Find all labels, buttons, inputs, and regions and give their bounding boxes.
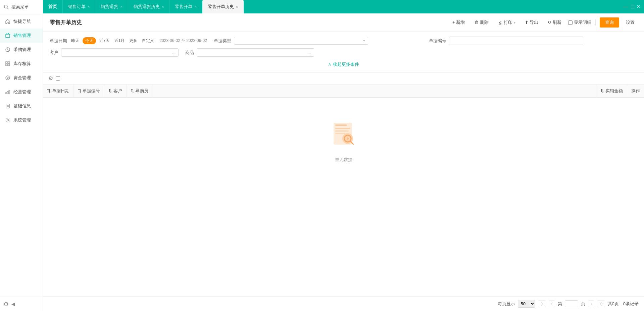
- number-filter-label: 单据编号: [429, 38, 446, 44]
- delete-button[interactable]: 🗑 删除: [472, 18, 491, 27]
- first-page-btn[interactable]: ⟨⟨: [538, 300, 546, 307]
- collapse-sidebar-icon[interactable]: ◀: [11, 301, 15, 307]
- pagination: 每页显示 50 100 200 ⟨⟨ ⟨ 第 1 页 ⟩ ⟩⟩ 共0页，0条记录: [43, 296, 644, 311]
- sidebar-item-quick-nav[interactable]: 快捷导航: [0, 14, 43, 29]
- query-button[interactable]: 查询: [600, 17, 619, 28]
- inventory-icon: [5, 61, 11, 67]
- date-7days-btn[interactable]: 近7天: [98, 37, 111, 44]
- sidebar-item-operations[interactable]: 经营管理: [0, 85, 43, 99]
- tab-sales-order-close[interactable]: ×: [88, 5, 90, 9]
- col-date-label: ⇅ 单据日期: [47, 88, 69, 93]
- empty-icon: [327, 118, 360, 151]
- page-header: 零售开单历史 + 新增 🗑 删除 🖨 🖨 打印 打印 ▾ ⬆ 导出 ↻ 刷新 显…: [43, 13, 644, 32]
- select-all-checkbox[interactable]: [56, 76, 60, 81]
- empty-text: 暂无数据: [335, 157, 352, 163]
- svg-rect-12: [6, 104, 9, 108]
- tab-retail-open-history[interactable]: 零售开单历史 ×: [202, 0, 244, 13]
- tab-sales-return-history-close[interactable]: ×: [162, 5, 164, 9]
- tab-sales-return-history[interactable]: 销货退货历史 ×: [128, 0, 169, 13]
- display-detail-checkbox[interactable]: 显示明细: [568, 19, 591, 25]
- goods-ellipsis-btn[interactable]: ...: [307, 50, 311, 55]
- window-close-icon[interactable]: ×: [637, 4, 640, 10]
- tab-retail-open-history-close[interactable]: ×: [236, 5, 238, 9]
- sidebar-item-sales-mgmt[interactable]: 销售管理: [0, 29, 43, 43]
- col-action-label: 操作: [631, 88, 640, 93]
- page-number-input[interactable]: 1: [565, 300, 578, 307]
- date-today-btn[interactable]: 今天: [83, 37, 96, 44]
- svg-rect-7: [8, 64, 10, 66]
- date-shortcuts: 昨天 今天 近7天 近1月 更多 自定义: [70, 37, 155, 44]
- sidebar-item-sys-mgmt[interactable]: 系统管理: [0, 113, 43, 127]
- export-button[interactable]: ⬆ 导出: [522, 18, 541, 27]
- sidebar-item-finance[interactable]: 资金管理: [0, 71, 43, 85]
- col-spacer: [153, 85, 596, 98]
- sidebar-item-inventory[interactable]: 库存核算: [0, 57, 43, 71]
- window-minimize-icon[interactable]: —: [623, 4, 628, 10]
- empty-state: 暂无数据: [43, 98, 644, 183]
- svg-rect-19: [335, 131, 349, 132]
- number-input[interactable]: [449, 37, 583, 45]
- col-date[interactable]: ⇅ 单据日期: [43, 85, 73, 98]
- tab-retail-open-close[interactable]: ×: [194, 5, 196, 9]
- content-area: 零售开单历史 + 新增 🗑 删除 🖨 🖨 打印 打印 ▾ ⬆ 导出 ↻ 刷新 显…: [43, 13, 644, 311]
- svg-rect-10: [7, 92, 8, 94]
- last-page-btn[interactable]: ⟩⟩: [597, 300, 605, 307]
- date-month-btn[interactable]: 近1月: [113, 37, 126, 44]
- tab-home[interactable]: 首页: [43, 0, 63, 13]
- page-title: 零售开单历史: [50, 19, 82, 26]
- tab-retail-open[interactable]: 零售开单 ×: [169, 0, 202, 13]
- sidebar-search[interactable]: 搜索采单: [0, 0, 43, 14]
- col-amount-label: ⇅ 实销金额: [600, 88, 623, 93]
- window-controls: — □ ×: [623, 0, 644, 13]
- tab-sales-return[interactable]: 销货退货 ×: [95, 0, 128, 13]
- filter-area: 单据日期 昨天 今天 近7天 近1月 更多 自定义 2023-06-02 至 2…: [43, 32, 644, 72]
- table-area: ⚙ ⇅ 单据日期 ⇅ 单据编号 ⇅ 客户: [43, 72, 644, 311]
- settings-button[interactable]: 设置: [623, 18, 637, 27]
- tab-home-label: 首页: [48, 4, 57, 10]
- per-page-label: 每页显示: [498, 301, 515, 307]
- customer-filter: 客户 ...: [50, 48, 179, 57]
- type-select-arrow: ▾: [363, 39, 365, 43]
- col-customer[interactable]: ⇅ 客户: [104, 85, 127, 98]
- display-detail-check[interactable]: [568, 20, 573, 25]
- sidebar-nav: 快捷导航 销售管理 采购管理 库存核算 资金管理: [0, 14, 43, 297]
- table-toolbar: ⚙: [43, 72, 644, 85]
- customer-ellipsis-btn[interactable]: ...: [172, 50, 176, 55]
- sidebar-footer: ⚙ ◀: [0, 297, 43, 311]
- filter-row-1: 单据日期 昨天 今天 近7天 近1月 更多 自定义 2023-06-02 至 2…: [50, 37, 637, 45]
- table-settings-icon[interactable]: ⚙: [48, 75, 53, 82]
- sidebar-search-label: 搜索采单: [11, 4, 29, 10]
- table-wrapper: ⇅ 单据日期 ⇅ 单据编号 ⇅ 客户 ⇅ 导购员: [43, 85, 644, 296]
- next-page-btn[interactable]: ⟩: [588, 300, 594, 307]
- col-number-label: ⇅ 单据编号: [78, 88, 100, 93]
- sidebar-item-quick-nav-label: 快捷导航: [13, 18, 31, 24]
- tab-sales-return-close[interactable]: ×: [120, 5, 122, 9]
- svg-rect-9: [6, 93, 7, 94]
- tab-sales-order[interactable]: 销售订单 ×: [63, 0, 95, 13]
- sidebar-item-purchase-mgmt[interactable]: 采购管理: [0, 43, 43, 57]
- col-guide[interactable]: ⇅ 导购员: [126, 85, 153, 98]
- sidebar-item-sys-label: 系统管理: [13, 117, 31, 123]
- date-yesterday-btn[interactable]: 昨天: [70, 37, 81, 44]
- date-more-btn[interactable]: 更多: [128, 37, 139, 44]
- col-amount[interactable]: ⇅ 实销金额: [596, 85, 627, 98]
- prev-page-btn[interactable]: ⟨: [549, 300, 555, 307]
- date-custom-btn[interactable]: 自定义: [141, 37, 155, 44]
- base-info-icon: [5, 103, 11, 109]
- toolbar-divider: [595, 19, 596, 25]
- add-button[interactable]: + 新增: [450, 18, 467, 27]
- refresh-button[interactable]: ↻ 刷新: [545, 18, 564, 27]
- settings-footer-icon[interactable]: ⚙: [3, 300, 9, 308]
- tab-sales-order-label: 销售订单: [68, 4, 86, 10]
- goods-input-area[interactable]: ...: [197, 48, 314, 57]
- per-page-select[interactable]: 50 100 200: [518, 300, 535, 308]
- window-maximize-icon[interactable]: □: [631, 4, 634, 10]
- collapse-filter-btn[interactable]: ∧ 收起更多条件: [50, 60, 637, 69]
- customer-input-area[interactable]: ...: [61, 48, 179, 57]
- tab-retail-open-history-label: 零售开单历史: [208, 4, 234, 10]
- print-dropdown-icon[interactable]: ▾: [514, 21, 515, 24]
- print-button[interactable]: 🖨 🖨 打印 打印 ▾: [495, 18, 518, 27]
- type-select[interactable]: ▾: [234, 37, 368, 45]
- col-number[interactable]: ⇅ 单据编号: [73, 85, 104, 98]
- sidebar-item-base-info[interactable]: 基础信息: [0, 99, 43, 113]
